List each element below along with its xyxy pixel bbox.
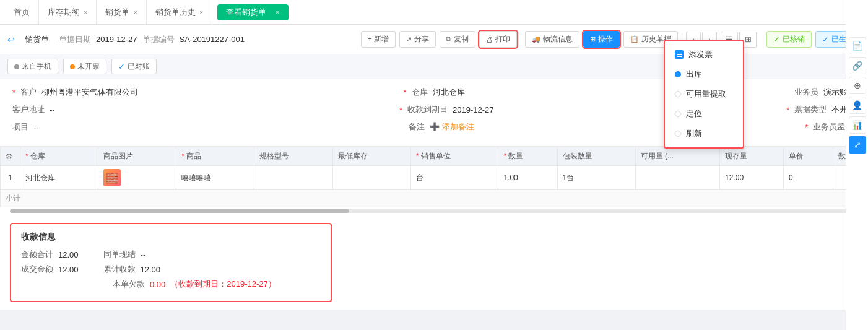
col-img: 商品图片 [98, 147, 176, 166]
row-min-stock [332, 166, 410, 190]
project-field: 项目 -- [12, 121, 409, 132]
receipt-row-2: 成交金额 12.00 累计收款 12.00 [21, 264, 321, 275]
available-dot [675, 91, 681, 97]
tab-home[interactable]: 首页 [5, 0, 39, 25]
col-price: 单价 [784, 147, 833, 166]
operation-dropdown: ☰ 添发票 出库 可用量提取 定位 刷新 [664, 40, 744, 149]
address-field: 客户地址 -- [12, 104, 399, 115]
dropdown-refresh[interactable]: 刷新 [665, 124, 743, 144]
col-min-stock: 最低库存 [332, 147, 410, 166]
close-inventory-tab[interactable]: × [84, 9, 87, 16]
cumulative-item: 累计收款 12.00 [103, 264, 161, 275]
col-qty: * 数量 [498, 147, 557, 166]
row-qty: 1.00 [498, 166, 557, 190]
not-open-btn[interactable]: 未开票 [63, 59, 106, 74]
right-btn-4[interactable]: 👤 [849, 97, 866, 114]
doc-type-label: 销货单 [25, 34, 49, 45]
col-product: * 商品 [176, 147, 254, 166]
dropdown-warehouse-out[interactable]: 出库 [665, 64, 743, 84]
col-unit: * 销售单位 [410, 147, 498, 166]
data-table: ⚙ * 仓库 商品图片 * 商品 规格型号 最低库存 * 销售单位 * 数量 包… [0, 147, 868, 207]
right-panel: 📄 🔗 ⊕ 👤 📊 ⤢ [846, 0, 868, 310]
tab-bar: 首页 库存期初 × 销货单 × 销货单历史 × 查看销货单 × × [0, 0, 868, 25]
right-btn-1[interactable]: 📄 [849, 37, 866, 54]
col-pack-qty: 包装数量 [557, 147, 635, 166]
toolbar-actions: + 新增 ↗ 分享 ⧉ 复制 🖨 打印 🚚 物流信息 ⊞ 操作 📋 历史单据 [361, 31, 861, 48]
logistics-button[interactable]: 🚚 物流信息 [525, 31, 579, 48]
tab-sales[interactable]: 销货单 × [97, 0, 146, 25]
dropdown-add-invoice[interactable]: ☰ 添发票 [665, 45, 743, 64]
print-button[interactable]: 🖨 打印 [479, 31, 517, 48]
row-warehouse: 河北仓库 [20, 166, 98, 190]
subtotal-label: 小计 [1, 190, 868, 207]
share-button[interactable]: ↗ 分享 [399, 31, 436, 48]
document-title-area: ↩ 销货单 单据日期 2019-12-27 单据编号 SA-20191227-0… [7, 34, 356, 45]
copy-button[interactable]: ⧉ 复制 [440, 31, 475, 48]
row-num: 1 [1, 166, 20, 190]
receipt-row-1: 金额合计 12.00 同单现结 -- [21, 249, 321, 260]
bottom-area: 收款信息 金额合计 12.00 同单现结 -- 成交金额 12.00 累计收款 … [0, 215, 868, 310]
locate-dot [675, 111, 681, 117]
new-button[interactable]: + 新增 [361, 31, 396, 48]
scrollbar-thumb [10, 209, 349, 213]
close-sales-tab[interactable]: × [133, 9, 137, 16]
scrollbar-container [0, 207, 868, 215]
refresh-dot [675, 131, 681, 137]
right-btn-3[interactable]: ⊕ [849, 77, 866, 94]
divider [521, 33, 521, 46]
tab-view-sales[interactable]: 查看销货单 × [217, 4, 289, 20]
tab-sales-history[interactable]: 销货单历史 × [147, 0, 212, 25]
check-icon: ✓ [118, 62, 125, 71]
receipt-info-box: 收款信息 金额合计 12.00 同单现结 -- 成交金额 12.00 累计收款 … [10, 223, 332, 302]
transaction-item: 成交金额 12.00 [21, 264, 79, 275]
row-unit: 台 [410, 166, 498, 190]
right-btn-2[interactable]: 🔗 [849, 57, 866, 74]
invoice-icon: ☰ [675, 50, 684, 59]
operation-button[interactable]: ⊞ 操作 [583, 31, 620, 48]
row-spec [254, 166, 332, 190]
note-field: 备注 ➕ 添加备注 [409, 121, 805, 132]
same-settlement-item: 同单现结 -- [103, 249, 146, 260]
amount-total-item: 金额合计 12.00 [21, 249, 79, 260]
settings-col-header[interactable]: ⚙ [1, 147, 20, 166]
mobile-dot [14, 64, 19, 69]
add-note-btn[interactable]: ➕ 添加备注 [430, 121, 474, 132]
col-stock: 现存量 [720, 147, 784, 166]
col-warehouse: * 仓库 [20, 147, 98, 166]
table-area: ⚙ * 仓库 商品图片 * 商品 规格型号 最低库存 * 销售单位 * 数量 包… [0, 147, 868, 215]
table-row: 1 河北仓库 🧱 嘻嘻嘻嘻 台 1.00 1台 12.00 0. [1, 166, 868, 190]
product-image: 🧱 [103, 169, 121, 186]
subtotal-row: 小计 [1, 190, 868, 207]
row-stock: 12.00 [720, 166, 784, 190]
row-pack-qty: 1台 [557, 166, 635, 190]
row-product: 嘻嘻嘻嘻 [176, 166, 254, 190]
col-spec: 规格型号 [254, 147, 332, 166]
warehouse-dot [675, 71, 681, 77]
receipt-title: 收款信息 [21, 232, 321, 243]
row-available [635, 166, 720, 190]
tab-inventory[interactable]: 库存期初 × [39, 0, 97, 25]
row-img: 🧱 [98, 166, 176, 190]
horizontal-scrollbar[interactable] [10, 209, 858, 213]
dropdown-available-qty[interactable]: 可用量提取 [665, 84, 743, 104]
receipt-row-3: 本单欠款 0.00 （收款到期日：2019-12-27） [21, 279, 321, 290]
col-available: 可用量 (... [635, 147, 720, 166]
due-item: 本单欠款 0.00 （收款到期日：2019-12-27） [113, 279, 276, 290]
close-view-tab[interactable]: × [275, 7, 280, 17]
customer-field: * 客户 柳州粤港平安气体有限公司 [12, 87, 404, 98]
doc-icon: ↩ [7, 35, 15, 45]
verify-btn[interactable]: ✓ 已对账 [111, 59, 157, 74]
right-btn-expand[interactable]: ⤢ [849, 136, 866, 154]
dropdown-locate[interactable]: 定位 [665, 104, 743, 124]
right-btn-5[interactable]: 📊 [849, 116, 866, 134]
voided-status-btn[interactable]: ✓ 已核销 [766, 31, 812, 48]
close-history-tab[interactable]: × [199, 9, 203, 16]
from-mobile-btn[interactable]: 来自手机 [7, 59, 58, 74]
doc-meta: 单据日期 2019-12-27 单据编号 SA-20191227-001 [59, 34, 245, 45]
row-price: 0. [784, 166, 833, 190]
ticket-dot [70, 64, 75, 69]
